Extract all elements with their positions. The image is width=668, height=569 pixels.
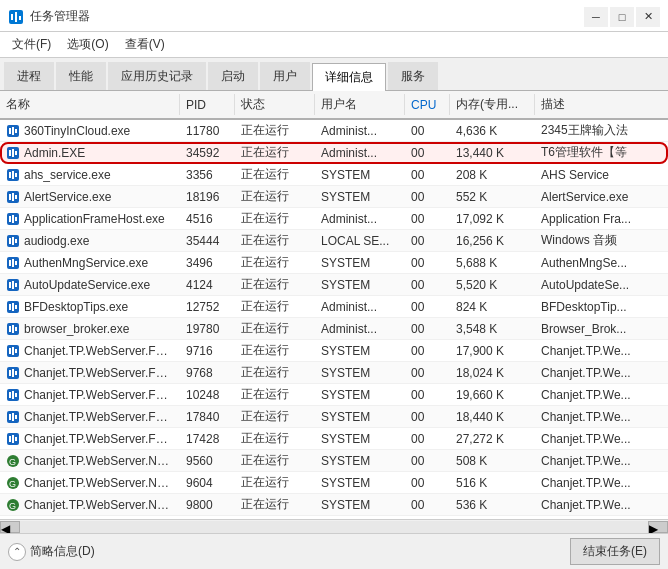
cell-name: audiodg.exe — [0, 230, 180, 251]
col-name[interactable]: 名称 — [0, 94, 180, 115]
cell-status: 正在运行 — [235, 318, 315, 339]
horizontal-scrollbar[interactable]: ◀ ▶ — [0, 519, 668, 533]
table-row[interactable]: Chanjet.TP.WebServer.FastCgi... 9716 正在运… — [0, 340, 668, 362]
svg-rect-1 — [11, 14, 13, 20]
svg-rect-18 — [12, 193, 14, 201]
cell-cpu: 00 — [405, 230, 450, 251]
cell-status: 正在运行 — [235, 142, 315, 163]
cell-cpu: 00 — [405, 472, 450, 493]
table-row[interactable]: Admin.EXE 34592 正在运行 Administ... 00 13,4… — [0, 142, 668, 164]
cell-desc: Chanjet.TP.We... — [535, 406, 668, 427]
cell-pid: 9716 — [180, 340, 235, 361]
col-status[interactable]: 状态 — [235, 94, 315, 115]
table-row[interactable]: AutoUpdateService.exe 4124 正在运行 SYSTEM 0… — [0, 274, 668, 296]
col-cpu[interactable]: CPU — [405, 94, 450, 115]
cell-cpu: 00 — [405, 164, 450, 185]
table-row[interactable]: Chanjet.TP.WebServer.FastCgi... 9768 正在运… — [0, 362, 668, 384]
expand-icon[interactable]: ⌃ — [8, 543, 26, 561]
svg-rect-9 — [9, 150, 11, 156]
minimize-button[interactable]: ─ — [584, 7, 608, 27]
cell-pid: 3356 — [180, 164, 235, 185]
process-icon — [6, 146, 20, 160]
cell-status: 正在运行 — [235, 362, 315, 383]
col-desc[interactable]: 描述 — [535, 94, 668, 115]
cell-memory: 16,256 K — [450, 230, 535, 251]
cell-pid: 17428 — [180, 428, 235, 449]
process-icon: G — [6, 498, 20, 512]
svg-rect-62 — [12, 435, 14, 443]
table-row[interactable]: BFDesktopTips.exe 12752 正在运行 Administ...… — [0, 296, 668, 318]
table-body[interactable]: 360TinyInCloud.exe 11780 正在运行 Administ..… — [0, 120, 668, 519]
menu-file[interactable]: 文件(F) — [4, 34, 59, 55]
cell-name: Chanjet.TP.WebServer.FastCgi... — [0, 428, 180, 449]
cell-user: LOCAL SE... — [315, 230, 405, 251]
cell-pid: 4124 — [180, 274, 235, 295]
table-row[interactable]: browser_broker.exe 19780 正在运行 Administ..… — [0, 318, 668, 340]
table-row[interactable]: AuthenMngService.exe 3496 正在运行 SYSTEM 00… — [0, 252, 668, 274]
cell-name: ApplicationFrameHost.exe — [0, 208, 180, 229]
cell-user: SYSTEM — [315, 164, 405, 185]
cell-user: SYSTEM — [315, 186, 405, 207]
close-button[interactable]: ✕ — [636, 7, 660, 27]
tab-users[interactable]: 用户 — [260, 62, 310, 90]
table-row[interactable]: Chanjet.TP.WebServer.FastCgi... 17428 正在… — [0, 428, 668, 450]
tab-services[interactable]: 服务 — [388, 62, 438, 90]
process-icon — [6, 410, 20, 424]
svg-text:G: G — [9, 479, 16, 489]
cell-cpu: 00 — [405, 406, 450, 427]
cell-memory: 208 K — [450, 164, 535, 185]
process-icon — [6, 344, 20, 358]
cell-user: Administ... — [315, 120, 405, 141]
cell-pid: 12752 — [180, 296, 235, 317]
cell-cpu: 00 — [405, 340, 450, 361]
svg-rect-10 — [12, 149, 14, 157]
svg-rect-46 — [12, 347, 14, 355]
tab-bar: 进程 性能 应用历史记录 启动 用户 详细信息 服务 — [0, 58, 668, 91]
tab-performance[interactable]: 性能 — [56, 62, 106, 90]
hscroll-right[interactable]: ▶ — [648, 521, 668, 533]
menu-options[interactable]: 选项(O) — [59, 34, 116, 55]
tab-processes[interactable]: 进程 — [4, 62, 54, 90]
process-icon — [6, 278, 20, 292]
cell-name: AlertService.exe — [0, 186, 180, 207]
hscroll-track[interactable] — [20, 521, 648, 533]
table-row[interactable]: audiodg.exe 35444 正在运行 LOCAL SE... 00 16… — [0, 230, 668, 252]
table-row[interactable]: ApplicationFrameHost.exe 4516 正在运行 Admin… — [0, 208, 668, 230]
table-row[interactable]: ahs_service.exe 3356 正在运行 SYSTEM 00 208 … — [0, 164, 668, 186]
menu-view[interactable]: 查看(V) — [117, 34, 173, 55]
hscroll-left[interactable]: ◀ — [0, 521, 20, 533]
tab-startup[interactable]: 启动 — [208, 62, 258, 90]
col-memory[interactable]: 内存(专用... — [450, 94, 535, 115]
maximize-button[interactable]: □ — [610, 7, 634, 27]
cell-name: Chanjet.TP.WebServer.FastCgi... — [0, 340, 180, 361]
table-row[interactable]: AlertService.exe 18196 正在运行 SYSTEM 00 55… — [0, 186, 668, 208]
process-icon — [6, 432, 20, 446]
process-icon — [6, 212, 20, 226]
table-row[interactable]: G Chanjet.TP.WebServer.Nginx... 9604 正在运… — [0, 472, 668, 494]
cell-memory: 18,024 K — [450, 362, 535, 383]
cell-name: browser_broker.exe — [0, 318, 180, 339]
svg-rect-59 — [15, 415, 17, 419]
table-row[interactable]: G Chanjet.TP.WebServer.Nginx... 9560 正在运… — [0, 450, 668, 472]
cell-cpu: 00 — [405, 428, 450, 449]
col-user[interactable]: 用户名 — [315, 94, 405, 115]
cell-cpu: 00 — [405, 252, 450, 273]
table-header: 名称 PID 状态 用户名 CPU 内存(专用... 描述 — [0, 91, 668, 120]
cell-cpu: 00 — [405, 384, 450, 405]
cell-cpu: 00 — [405, 318, 450, 339]
cell-cpu: 00 — [405, 494, 450, 515]
cell-cpu: 00 — [405, 186, 450, 207]
end-task-button[interactable]: 结束任务(E) — [570, 538, 660, 565]
summary-label[interactable]: 简略信息(D) — [30, 543, 95, 560]
table-row[interactable]: Chanjet.TP.WebServer.FastCgi... 10248 正在… — [0, 384, 668, 406]
col-pid[interactable]: PID — [180, 94, 235, 115]
tab-app-history[interactable]: 应用历史记录 — [108, 62, 206, 90]
svg-rect-21 — [9, 216, 11, 222]
table-row[interactable]: Chanjet.TP.WebServer.FastCgi... 17840 正在… — [0, 406, 668, 428]
tab-details[interactable]: 详细信息 — [312, 63, 386, 91]
svg-rect-45 — [9, 348, 11, 354]
table-row[interactable]: G Chanjet.TP.WebServer.Nginx... 9800 正在运… — [0, 494, 668, 516]
cell-desc: Chanjet.TP.We... — [535, 472, 668, 493]
table-row[interactable]: 360TinyInCloud.exe 11780 正在运行 Administ..… — [0, 120, 668, 142]
svg-rect-2 — [15, 12, 17, 22]
